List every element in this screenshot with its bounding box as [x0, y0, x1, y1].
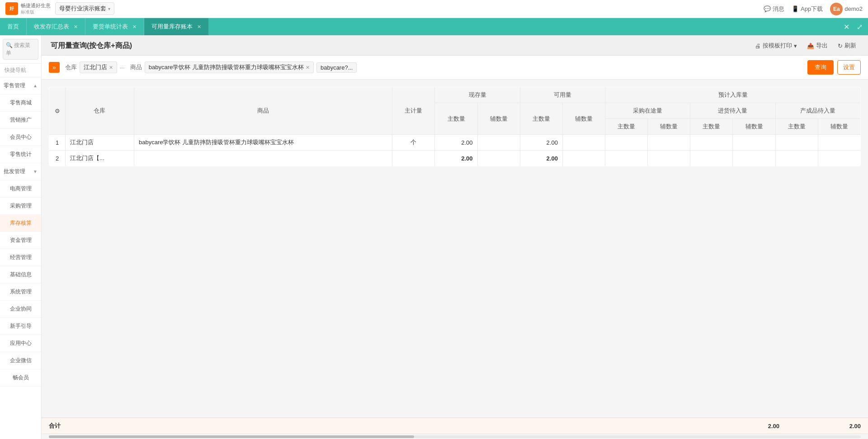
row1-inbound-main	[690, 135, 733, 151]
sidebar-item-retail-store[interactable]: 零售商城	[0, 94, 41, 112]
horizontal-scrollbar[interactable]	[42, 434, 868, 439]
tab-available-inventory-close[interactable]: ✕	[197, 24, 201, 30]
chevron-down-icon: ▾	[108, 6, 110, 11]
page-header: 可用量查询(按仓库+商品) 🖨 按模板打印 ▾ 📤 导出 ↻ 刷新	[42, 35, 868, 56]
sidebar-search-button[interactable]: 🔍 搜索菜单	[3, 39, 38, 60]
th-current-stock: 现存量	[435, 87, 520, 103]
product-filter-close1[interactable]: ✕	[306, 65, 310, 71]
sidebar-purchase-label: 采购管理	[10, 202, 32, 210]
sidebar-item-zero-retail[interactable]: 零售管理 ▲	[0, 77, 41, 94]
sidebar-item-inventory[interactable]: 库存核算	[0, 215, 41, 232]
sidebar-zero-retail-label: 零售管理	[4, 82, 25, 90]
tab-receive-summary[interactable]: 收发存汇总表 ✕	[27, 18, 85, 35]
sidebar-item-system[interactable]: 系统管理	[0, 283, 41, 301]
query-button[interactable]: 查询	[807, 60, 834, 75]
sidebar-item-app-center[interactable]: 应用中心	[0, 335, 41, 352]
row2-available-aux	[562, 151, 605, 166]
sidebar-item-enterprise-wx[interactable]: 企业微信	[0, 352, 41, 369]
app-download-label: App下载	[801, 5, 823, 13]
tab-order-summary-close[interactable]: ✕	[132, 24, 137, 30]
th-available-main: 主数量	[520, 103, 562, 135]
sidebar-retail-store-label: 零售商城	[10, 99, 32, 107]
sidebar-item-newguide[interactable]: 新手引导	[0, 318, 41, 335]
product-filter-value1: babycare学饮杯 儿童防摔防撞吸管杯重力球吸嘴杯宝宝水杯	[149, 63, 304, 71]
sidebar-item-ecommerce[interactable]: 电商管理	[0, 180, 41, 198]
warehouse-filter-close[interactable]: ✕	[109, 65, 113, 71]
filter-bar: » 仓库 江北门店 ✕ ··· 商品 babycare学饮杯 儿童防摔防撞吸管杯…	[42, 56, 868, 80]
tab-bar-right: ✕ ⤢	[842, 21, 868, 33]
sidebar-item-retail-stats[interactable]: 零售统计	[0, 146, 41, 163]
sidebar-enterprise-label: 企业协同	[10, 305, 32, 313]
message-icon: 💬	[764, 5, 771, 12]
tab-order-summary[interactable]: 要货单统计表 ✕	[85, 18, 144, 35]
app-download-btn[interactable]: 📱 App下载	[792, 5, 823, 13]
template-print-btn[interactable]: 🖨 按模板打印 ▾	[752, 40, 800, 52]
sidebar-item-finance[interactable]: 资金管理	[0, 232, 41, 249]
logo-text-area: 畅捷通好生意 标准版	[21, 2, 51, 15]
tab-available-inventory[interactable]: 可用量库存账本 ✕	[144, 18, 209, 35]
sidebar-item-operation[interactable]: 经营管理	[0, 249, 41, 266]
sidebar-inventory-label: 库存核算	[10, 219, 32, 227]
row1-available-main: 2.00	[520, 135, 562, 151]
inventory-table: ⚙ 仓库 商品 主计量 现存量 可用量 预计入库量 主数量 辅数量 主数量 辅数…	[49, 87, 861, 166]
warehouse-filter-tag[interactable]: 江北门店 ✕	[80, 61, 117, 73]
filter-expand-btn[interactable]: »	[49, 62, 60, 73]
row2-inbound-aux	[733, 151, 775, 166]
sidebar-item-wholesale[interactable]: 批发管理 ▼	[0, 163, 41, 180]
user-menu[interactable]: Ea demo2	[830, 3, 863, 15]
tab-close-all-icon[interactable]: ✕	[842, 21, 851, 33]
th-gear[interactable]: ⚙	[49, 87, 66, 135]
refresh-label: 刷新	[844, 42, 856, 50]
sidebar-item-member-center[interactable]: 会员中心	[0, 129, 41, 146]
warehouse-filter-group: 仓库 江北门店 ✕ ···	[65, 61, 125, 73]
row1-product: babycare学饮杯 儿童防摔防撞吸管杯重力球吸嘴杯宝宝水杯	[134, 135, 392, 151]
table-area: ⚙ 仓库 商品 主计量 现存量 可用量 预计入库量 主数量 辅数量 主数量 辅数…	[42, 80, 868, 417]
row2-unit	[392, 151, 435, 166]
footer-available-main: 2.00	[816, 423, 861, 430]
tab-home[interactable]: 首页	[0, 18, 27, 35]
refresh-btn[interactable]: ↻ 刷新	[835, 40, 859, 52]
content-area: 可用量查询(按仓库+商品) 🖨 按模板打印 ▾ 📤 导出 ↻ 刷新	[42, 35, 868, 439]
export-icon: 📤	[807, 42, 814, 49]
row2-current-main: 2.00	[435, 151, 477, 166]
org-selector[interactable]: 母婴行业演示账套 ▾	[55, 2, 114, 15]
table-footer: 合计 2.00 2.00	[42, 417, 868, 434]
sidebar-item-basic-info[interactable]: 基础信息	[0, 266, 41, 283]
sidebar-item-purchase[interactable]: 采购管理	[0, 198, 41, 215]
export-label: 导出	[816, 42, 828, 50]
sidebar-nav-label: 快捷导航	[0, 64, 41, 77]
th-inbound-pending: 进货待入量	[690, 103, 775, 119]
warehouse-more-btn[interactable]: ···	[120, 64, 125, 71]
product-filter-value2: babycare?...	[321, 64, 353, 71]
product-filter-tag1[interactable]: babycare学饮杯 儿童防摔防撞吸管杯重力球吸嘴杯宝宝水杯 ✕	[145, 61, 314, 73]
setting-button[interactable]: 设置	[837, 60, 861, 75]
th-warehouse: 仓库	[66, 87, 134, 135]
message-btn[interactable]: 💬 消息	[764, 5, 784, 13]
logo-icon: 好	[5, 2, 18, 15]
sidebar-item-enterprise[interactable]: 企业协同	[0, 301, 41, 318]
footer-current-main: 2.00	[725, 423, 779, 430]
sidebar: 🔍 搜索菜单 快捷导航 零售管理 ▲ 零售商城 营销推广 会员中心 零售统计 批…	[0, 35, 42, 439]
sidebar-item-vip[interactable]: 畅会员	[0, 369, 41, 387]
sidebar-item-marketing[interactable]: 营销推广	[0, 112, 41, 129]
avatar: Ea	[830, 3, 843, 15]
th-purchased-transit: 采购在途量	[605, 103, 690, 119]
tab-receive-summary-close[interactable]: ✕	[74, 24, 78, 30]
mobile-icon: 📱	[792, 5, 799, 12]
th-purchased-main: 主数量	[605, 119, 648, 135]
sidebar-app-center-label: 应用中心	[10, 340, 32, 347]
sidebar-search-area: 🔍 搜索菜单	[0, 35, 41, 64]
logo-area: 好 畅捷通好生意 标准版	[5, 2, 51, 15]
row1-purchased-main	[605, 135, 648, 151]
scroll-thumb[interactable]	[49, 435, 414, 438]
warehouse-filter-label: 仓库	[65, 63, 77, 71]
sidebar-operation-label: 经营管理	[10, 254, 32, 261]
logo-sub: 标准版	[21, 9, 51, 15]
row2-inbound-main	[690, 151, 733, 166]
row2-seq: 2	[49, 151, 66, 166]
export-btn[interactable]: 📤 导出	[804, 40, 830, 52]
product-filter-tag2[interactable]: babycare?...	[316, 62, 357, 73]
tab-expand-icon[interactable]: ⤢	[855, 21, 864, 33]
product-filter-label: 商品	[130, 63, 142, 71]
scroll-track[interactable]	[49, 435, 861, 438]
